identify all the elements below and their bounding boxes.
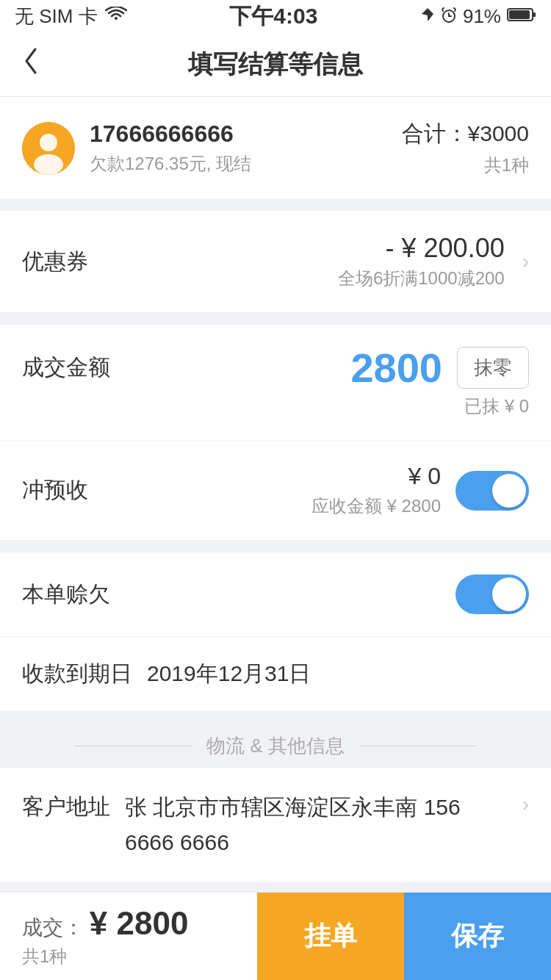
round-btn[interactable]: 抹零	[457, 347, 529, 389]
save-button[interactable]: 保存	[404, 893, 551, 981]
address-section[interactable]: 客户地址 张 北京市市辖区海淀区永丰南 156 6666 6666 ›	[0, 768, 551, 882]
content-area: 17666666666 欠款1276.35元, 现结 合计：¥3000 共1种 …	[0, 97, 551, 980]
footer-amount: ¥ 2800	[90, 905, 189, 941]
precharge-sub: 应收金额 ¥ 2800	[311, 494, 441, 518]
credit-toggle-knob	[492, 577, 526, 611]
deal-amount-row: 成交金额 2800 抹零	[22, 347, 529, 389]
customer-total: 合计：¥3000 共1种	[402, 119, 529, 177]
deal-amount-label: 成交金额	[22, 353, 110, 383]
precharge-amount: ¥ 0	[311, 463, 441, 490]
coupon-row[interactable]: 优惠券 - ¥ 200.00 全场6折满1000减200 ›	[0, 211, 551, 313]
footer-deal-row: 成交： ¥ 2800	[22, 905, 235, 942]
status-left: 无 SIM 卡	[15, 4, 127, 29]
deal-amount-sub: 已抹 ¥ 0	[22, 394, 529, 418]
battery-icon	[507, 5, 536, 28]
total-amount-text: 合计：¥3000	[402, 119, 529, 149]
precharge-row: 冲预收 ¥ 0 应收金额 ¥ 2800	[22, 463, 529, 518]
deal-amount-right: 2800 抹零	[350, 347, 529, 389]
duedate-row: 收款到期日 2019年12月31日	[22, 659, 529, 689]
coupon-label: 优惠券	[22, 247, 88, 277]
address-value: 张 北京市市辖区海淀区永丰南 156 6666 6666	[125, 790, 511, 860]
precharge-section: 冲预收 ¥ 0 应收金额 ¥ 2800	[0, 441, 551, 541]
deal-amount-value[interactable]: 2800	[350, 347, 442, 389]
logistics-divider: 物流 & 其他信息	[0, 724, 551, 768]
wifi-icon	[105, 5, 127, 28]
precharge-toggle[interactable]	[455, 471, 529, 511]
status-bar: 无 SIM 卡 下午4:03 91%	[0, 0, 551, 32]
coupon-detail: 全场6折满1000减200	[338, 267, 505, 290]
customer-info-left: 17666666666 欠款1276.35元, 现结	[22, 120, 251, 176]
credit-section: 本单赊欠	[0, 552, 551, 637]
status-right: 91%	[420, 5, 536, 28]
page-title: 填写结算等信息	[188, 48, 363, 82]
toggle-knob	[492, 474, 526, 508]
svg-rect-4	[509, 10, 530, 19]
section-divider-1	[0, 313, 551, 325]
precharge-amount-col: ¥ 0 应收金额 ¥ 2800	[311, 463, 441, 518]
credit-toggle[interactable]	[455, 574, 529, 614]
duedate-label: 收款到期日	[22, 659, 132, 689]
alarm-icon	[441, 5, 457, 28]
logistics-divider-inner: 物流 & 其他信息	[74, 733, 477, 759]
battery-text: 91%	[463, 5, 501, 28]
nav-bar: 填写结算等信息	[0, 32, 551, 97]
location-icon	[420, 5, 435, 28]
duedate-section: 收款到期日 2019年12月31日	[0, 637, 551, 712]
duedate-value: 2019年12月31日	[147, 659, 311, 689]
status-time: 下午4:03	[229, 1, 317, 32]
svg-point-7	[40, 134, 57, 151]
customer-card: 17666666666 欠款1276.35元, 现结 合计：¥3000 共1种	[0, 97, 551, 199]
address-chevron-icon: ›	[522, 793, 529, 816]
precharge-right: ¥ 0 应收金额 ¥ 2800	[311, 463, 529, 518]
total-count-text: 共1种	[402, 154, 529, 177]
footer: 成交： ¥ 2800 共1种 挂单 保存	[0, 892, 551, 980]
divider-line-right	[359, 746, 477, 746]
deal-amount-section: 成交金额 2800 抹零 已抹 ¥ 0	[0, 325, 551, 441]
coupon-right: - ¥ 200.00 全场6折满1000减200 ›	[338, 233, 529, 290]
chevron-right-icon: ›	[522, 250, 529, 273]
precharge-label: 冲预收	[22, 475, 88, 505]
divider-line-left	[74, 746, 192, 746]
section-divider-3	[0, 712, 551, 724]
footer-deal-label: 成交：	[22, 916, 84, 939]
svg-point-8	[34, 154, 63, 175]
footer-count: 共1种	[22, 945, 235, 968]
footer-info: 成交： ¥ 2800 共1种	[0, 905, 257, 968]
back-button[interactable]	[22, 39, 47, 90]
coupon-info: - ¥ 200.00 全场6折满1000减200	[338, 233, 505, 290]
address-label: 客户地址	[22, 790, 110, 823]
customer-phone: 17666666666	[90, 120, 251, 148]
avatar	[22, 122, 75, 175]
coupon-discount: - ¥ 200.00	[338, 233, 505, 264]
customer-info: 17666666666 欠款1276.35元, 现结	[90, 120, 251, 176]
logistics-label: 物流 & 其他信息	[206, 733, 345, 759]
svg-rect-5	[533, 12, 536, 17]
hang-order-button[interactable]: 挂单	[257, 893, 404, 981]
section-divider-2	[0, 541, 551, 552]
carrier-text: 无 SIM 卡	[15, 4, 98, 29]
customer-sub: 欠款1276.35元, 现结	[90, 152, 251, 176]
credit-label: 本单赊欠	[22, 580, 110, 610]
